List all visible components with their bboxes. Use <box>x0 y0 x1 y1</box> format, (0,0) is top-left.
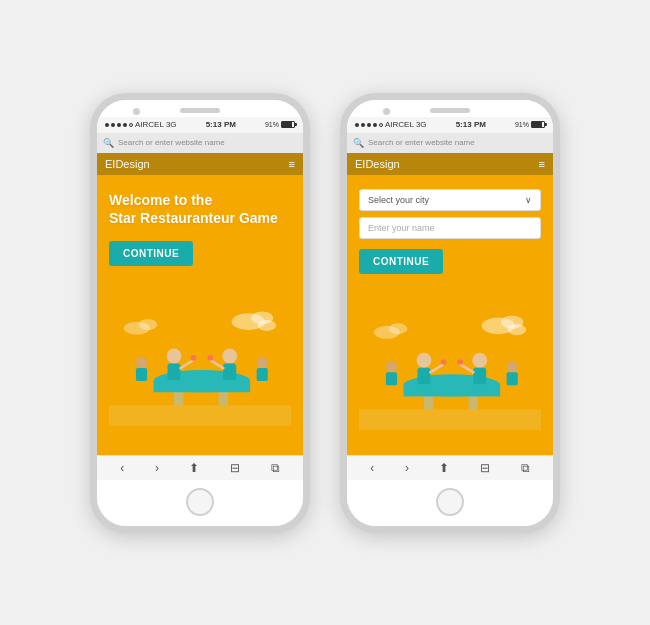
svg-rect-15 <box>223 363 236 380</box>
browser-input-2[interactable]: Search or enter website name <box>368 138 547 147</box>
city-dropdown[interactable]: Select your city ∨ <box>359 189 541 211</box>
svg-point-37 <box>472 352 487 367</box>
illustration-2 <box>359 284 541 455</box>
illustration-1 <box>109 276 291 455</box>
dropdown-arrow-icon: ∨ <box>525 195 532 205</box>
battery-fill-2 <box>532 122 542 127</box>
signal-dot <box>105 123 109 127</box>
tabs-icon-1[interactable]: ⧉ <box>271 461 280 475</box>
name-placeholder: Enter your name <box>368 223 435 233</box>
svg-point-18 <box>136 357 147 368</box>
signal-dot <box>117 123 121 127</box>
phone-camera-2 <box>383 108 390 115</box>
phone-screen-2: AIRCEL 3G 5:13 PM 91% 🔍 Search or enter … <box>347 117 553 455</box>
phone-speaker-2 <box>430 108 470 113</box>
signal-dot <box>129 123 133 127</box>
signal-dot <box>111 123 115 127</box>
phone-2: AIRCEL 3G 5:13 PM 91% 🔍 Search or enter … <box>340 93 560 533</box>
search-icon-2: 🔍 <box>353 138 364 148</box>
city-placeholder: Select your city <box>368 195 429 205</box>
battery-icon-2 <box>531 121 545 128</box>
app-header-2: EIDesign ≡ <box>347 153 553 175</box>
svg-rect-32 <box>404 385 501 396</box>
app-content-form: Select your city ∨ Enter your name CONTI… <box>347 175 553 455</box>
forward-icon-1[interactable]: › <box>155 461 159 475</box>
signal-dot <box>361 123 365 127</box>
phone-device-2: AIRCEL 3G 5:13 PM 91% 🔍 Search or enter … <box>340 93 560 533</box>
time-label-2: 5:13 PM <box>456 120 486 129</box>
svg-line-35 <box>431 364 443 371</box>
carrier-label-2: AIRCEL <box>385 120 414 129</box>
phone-speaker-1 <box>180 108 220 113</box>
svg-rect-45 <box>359 409 541 429</box>
signal-percent-1: 91% <box>265 121 279 128</box>
browser-input-1[interactable]: Search or enter website name <box>118 138 297 147</box>
svg-rect-9 <box>154 381 251 392</box>
status-bar-1: AIRCEL 3G 5:13 PM 91% <box>97 117 303 133</box>
svg-point-20 <box>257 357 268 368</box>
svg-point-14 <box>222 348 237 363</box>
phone-1: AIRCEL 3G 5:13 PM 91% 🔍 Search or enter … <box>90 93 310 533</box>
hamburger-icon-1[interactable]: ≡ <box>289 158 295 170</box>
welcome-text: Welcome to the Star Restauranteur Game <box>109 191 291 227</box>
search-icon-1: 🔍 <box>103 138 114 148</box>
time-label-1: 5:13 PM <box>206 120 236 129</box>
svg-point-41 <box>386 361 397 372</box>
svg-rect-19 <box>136 368 147 381</box>
bookmark-icon-2[interactable]: ⊟ <box>480 461 490 475</box>
phone-top-bar-1 <box>97 100 303 117</box>
back-icon-2[interactable]: ‹ <box>370 461 374 475</box>
app-logo-2: EIDesign <box>355 158 400 170</box>
signal-dot <box>379 123 383 127</box>
phone-screen-1: AIRCEL 3G 5:13 PM 91% 🔍 Search or enter … <box>97 117 303 455</box>
signal-dot <box>373 123 377 127</box>
svg-point-33 <box>417 352 432 367</box>
svg-point-13 <box>191 355 197 361</box>
continue-button-1[interactable]: CONTINUE <box>109 241 193 266</box>
app-content-welcome: Welcome to the Star Restauranteur Game C… <box>97 175 303 455</box>
bookmark-icon-1[interactable]: ⊟ <box>230 461 240 475</box>
signal-dot <box>367 123 371 127</box>
bottom-nav-1: ‹ › ⬆ ⊟ ⧉ <box>97 455 303 480</box>
phone-camera-1 <box>133 108 140 115</box>
home-button-1[interactable] <box>186 488 214 516</box>
signal-percent-2: 91% <box>515 121 529 128</box>
phone-bottom-bar-1 <box>97 480 303 526</box>
carrier-label: AIRCEL <box>135 120 164 129</box>
svg-rect-44 <box>507 372 518 385</box>
battery-icon-1 <box>281 121 295 128</box>
logo-span-2: Design <box>365 158 399 170</box>
dining-scene-svg-1 <box>109 276 291 455</box>
svg-point-4 <box>139 319 158 330</box>
svg-rect-42 <box>386 372 397 385</box>
name-input[interactable]: Enter your name <box>359 217 541 239</box>
svg-rect-38 <box>473 367 486 384</box>
svg-rect-34 <box>418 367 431 384</box>
svg-point-25 <box>508 324 527 335</box>
tabs-icon-2[interactable]: ⧉ <box>521 461 530 475</box>
app-header-1: EIDesign ≡ <box>97 153 303 175</box>
svg-point-10 <box>167 348 182 363</box>
hamburger-icon-2[interactable]: ≡ <box>539 158 545 170</box>
svg-rect-11 <box>168 363 181 380</box>
svg-point-17 <box>207 355 213 361</box>
share-icon-1[interactable]: ⬆ <box>189 461 199 475</box>
browser-bar-2[interactable]: 🔍 Search or enter website name <box>347 133 553 153</box>
forward-icon-2[interactable]: › <box>405 461 409 475</box>
signal-dot <box>355 123 359 127</box>
back-icon-1[interactable]: ‹ <box>120 461 124 475</box>
svg-line-12 <box>181 361 193 368</box>
battery-fill-1 <box>282 122 292 127</box>
network-label-2: 3G <box>416 120 427 129</box>
svg-line-39 <box>461 364 473 371</box>
share-icon-2[interactable]: ⬆ <box>439 461 449 475</box>
svg-point-36 <box>441 359 447 365</box>
svg-point-27 <box>389 323 408 334</box>
svg-point-40 <box>457 359 463 365</box>
phone-top-bar-2 <box>347 100 553 117</box>
logo-span-1: Design <box>115 158 149 170</box>
browser-bar-1[interactable]: 🔍 Search or enter website name <box>97 133 303 153</box>
svg-point-2 <box>258 320 277 331</box>
continue-button-2[interactable]: CONTINUE <box>359 249 443 274</box>
home-button-2[interactable] <box>436 488 464 516</box>
